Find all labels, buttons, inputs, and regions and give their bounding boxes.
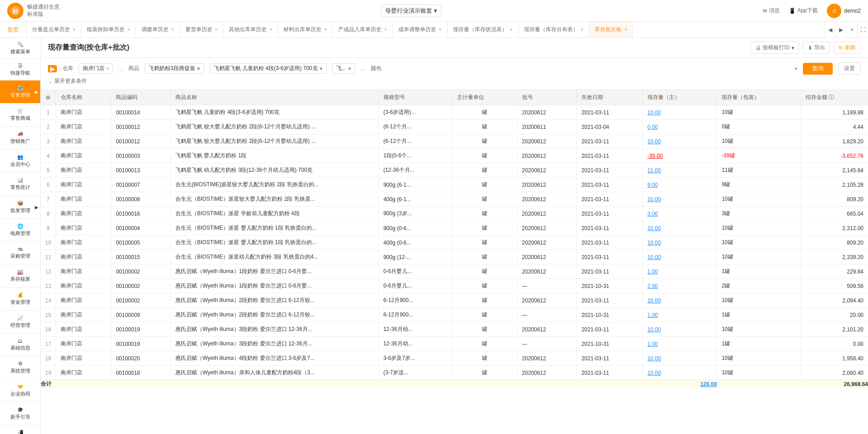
row-qty[interactable]: 10.00 <box>642 366 717 380</box>
sidebar-item-system[interactable]: ⚙ 系统管理 <box>0 356 40 379</box>
row-qty[interactable]: 9.00 <box>642 178 717 192</box>
sidebar-quicknav-btn[interactable]: ☰ 快捷导航 <box>0 59 40 80</box>
row-code: 00100002 <box>111 293 171 308</box>
row-qty[interactable]: 10.00 <box>642 293 717 308</box>
nav-expand-btn[interactable]: ⛶ <box>857 22 868 38</box>
warehouse-tag[interactable]: 南岸门店 × <box>79 63 113 74</box>
row-qty[interactable]: -39.00 <box>642 149 717 163</box>
row-qty[interactable]: 10.00 <box>642 134 717 149</box>
row-qty[interactable]: 0.00 <box>642 120 717 134</box>
tab-2[interactable]: 调拨单历史 × <box>136 22 180 38</box>
company-selector[interactable]: 母婴行业演示账套 ▾ <box>381 5 441 17</box>
tab-close-0[interactable]: × <box>73 27 75 32</box>
product-tag-1[interactable]: 飞鹤奶粉3段两提装 × <box>145 63 204 74</box>
settings-icon[interactable]: ⚙ <box>46 94 51 101</box>
row-qty[interactable]: 10.00 <box>642 192 717 207</box>
row-qty[interactable]: 1.00 <box>642 264 717 279</box>
tab-home[interactable]: 首页 <box>0 22 27 38</box>
filter-toggle-btn[interactable]: ▶ <box>48 65 57 72</box>
setting-btn[interactable]: 设置 <box>838 62 861 75</box>
row-spec: 400g (6-1... <box>378 192 452 207</box>
row-qty-pkg: 10罐 <box>717 351 801 366</box>
row-qty[interactable]: 10.00 <box>642 236 717 250</box>
basic-icon: 🗂 <box>18 338 23 344</box>
row-amount: 20.00 <box>801 308 868 322</box>
row-qty[interactable]: 1.00 <box>642 337 717 351</box>
product-tag-3[interactable]: 飞... × <box>332 63 355 74</box>
sidebar-item-finance[interactable]: 💰 资金管理 <box>0 288 40 311</box>
sidebar-item-inventory[interactable]: 🏭 库存核算 <box>0 264 40 288</box>
sidebar-item-newbie[interactable]: 🎓 新手引导 <box>0 402 40 425</box>
nav-prev-btn[interactable]: ◀ <box>825 22 835 38</box>
tab-close-10[interactable]: × <box>624 27 627 32</box>
row-warehouse: 南岸门店 <box>56 163 111 178</box>
query-btn[interactable]: 查询 <box>803 63 833 75</box>
row-qty[interactable]: 10.00 <box>642 322 717 337</box>
expand-more-btn[interactable]: ⌄ 展开更多条件 <box>48 77 861 85</box>
chevron-down-icon-color[interactable]: ▾ <box>795 66 797 72</box>
tab-close-7[interactable]: × <box>439 27 442 32</box>
row-qty[interactable]: 3.00 <box>642 207 717 221</box>
tab-5[interactable]: 材料出库单历史 × <box>278 22 333 38</box>
export-btn[interactable]: ⬇ 导出 <box>803 42 830 54</box>
product-tag-2[interactable]: 飞鹤星飞帆 儿童奶粉 4段(3-6岁适用) 700克 × <box>210 63 327 74</box>
row-qty[interactable]: 11.00 <box>642 163 717 178</box>
tab-1[interactable]: 组装拆卸单历史 × <box>81 22 136 38</box>
row-qty[interactable]: 1.00 <box>642 308 717 322</box>
sidebar-search-btn[interactable]: 🔍 搜索菜单 <box>0 38 40 59</box>
sidebar-item-retail[interactable]: 🏪 零售管理 ▶ <box>0 80 40 104</box>
product-tag-1-close[interactable]: × <box>197 66 200 72</box>
row-qty[interactable]: 2.00 <box>642 279 717 293</box>
sidebar-item-appcenter[interactable]: 📲 应用中心 <box>0 425 40 434</box>
tab-close-4[interactable]: × <box>269 27 272 32</box>
sidebar-item-retail-stats[interactable]: 📊 零售统计 <box>0 173 40 196</box>
tab-0[interactable]: 分量盘点单历史 × <box>27 22 81 38</box>
row-code: 00100020 <box>111 351 171 366</box>
row-batch: 20200612 <box>517 293 577 308</box>
row-qty[interactable]: 10.00 <box>642 250 717 264</box>
tab-close-9[interactable]: × <box>581 27 584 32</box>
tab-8[interactable]: 现存量（库存状况表） × <box>448 22 519 38</box>
sidebar-item-member[interactable]: 👥 会员中心 <box>0 150 40 173</box>
tab-close-5[interactable]: × <box>324 27 327 32</box>
sidebar-item-basic[interactable]: 🗂 基础信息 <box>0 334 40 356</box>
tab-6[interactable]: 产成品入库单历史 × <box>333 22 393 38</box>
tab-close-1[interactable]: × <box>127 27 130 32</box>
row-name: 惠氏启赋（Wyeth illuma）亲和人体儿童配方奶粉4段（3... <box>171 366 379 380</box>
footer-total-amount: 26,968.64 <box>801 380 868 388</box>
row-code: 00100016 <box>111 207 171 221</box>
sidebar-item-ecommerce[interactable]: 🌐 电商管理 <box>0 219 40 242</box>
nav-next-btn[interactable]: ▶ <box>835 22 846 38</box>
row-batch: 20200612 <box>517 149 577 163</box>
table-row: 3 南岸门店 00100012 飞鹤星飞帆 较大婴儿配方奶粉 2段(6-12个月… <box>41 134 868 149</box>
tab-7[interactable]: 成本调整单历史 × <box>393 22 448 38</box>
tab-close-8[interactable]: × <box>510 27 513 32</box>
sidebar-item-collab[interactable]: 🤝 企业协同 <box>0 379 40 402</box>
app-download-btn[interactable]: 📱 App下载 <box>789 7 818 14</box>
col-settings[interactable]: ⚙ <box>41 90 56 105</box>
message-btn[interactable]: ✉ 消息 <box>763 7 780 14</box>
tab-10[interactable]: 库存批次账 × <box>589 22 633 38</box>
sidebar-item-operation[interactable]: 📈 经营管理 <box>0 311 40 334</box>
nav-close-all-btn[interactable]: × <box>846 22 857 38</box>
sidebar-item-mall[interactable]: 🛒 零售商城 <box>0 104 40 127</box>
tab-close-6[interactable]: × <box>384 27 387 32</box>
user-area[interactable]: d demo2 <box>827 4 861 18</box>
template-print-btn[interactable]: 🖨 按模板打印 ▾ <box>750 42 799 54</box>
tab-close-2[interactable]: × <box>171 27 174 32</box>
tab-4[interactable]: 其他出库单历史 × <box>223 22 278 38</box>
row-spec: 12-36月幼... <box>378 337 452 351</box>
sidebar-item-purchase[interactable]: 🛍 采购管理 <box>0 242 40 264</box>
tab-close-3[interactable]: × <box>215 27 218 32</box>
sidebar-item-marketing[interactable]: 📣 营销推广 <box>0 127 40 150</box>
row-qty[interactable]: 10.00 <box>642 105 717 120</box>
sidebar-item-wholesale[interactable]: 📦 批发管理 ▶ <box>0 196 40 219</box>
row-qty[interactable]: 10.00 <box>642 351 717 366</box>
tab-3[interactable]: 要货单历史 × <box>180 22 224 38</box>
product-tag-2-close[interactable]: × <box>320 66 323 72</box>
warehouse-tag-close[interactable]: × <box>106 66 109 71</box>
refresh-btn[interactable]: ↻ 刷新 <box>834 42 861 54</box>
tab-9[interactable]: 现存量（库存分布表） × <box>519 22 590 38</box>
product-tag-3-close[interactable]: × <box>348 66 351 72</box>
row-qty[interactable]: 10.00 <box>642 221 717 236</box>
